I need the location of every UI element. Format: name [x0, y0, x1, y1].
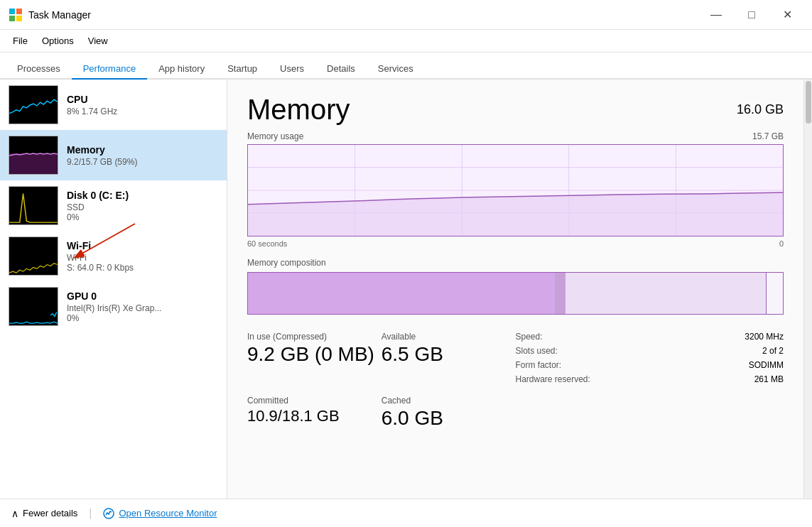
stat-committed: Committed 10.9/18.1 GB	[247, 393, 381, 438]
sidebar-item-gpu[interactable]: GPU 0 Intel(R) Iris(R) Xe Grap... 0%	[0, 281, 227, 332]
disk-thumbnail	[9, 186, 58, 225]
svg-rect-0	[9, 9, 15, 14]
wifi-title: Wi-Fi	[67, 240, 218, 251]
tab-processes[interactable]: Processes	[6, 59, 72, 80]
disk-info: Disk 0 (C: E:) SSD 0%	[67, 190, 218, 222]
stat-in-use: In use (Compressed) 9.2 GB (0 MB)	[247, 329, 381, 393]
wifi-thumbnail	[9, 237, 58, 276]
speed-value: 3200 MHz	[745, 332, 784, 342]
sidebar: CPU 8% 1.74 GHz Memory 9.2/15.7 GB (59%)	[0, 80, 227, 499]
sidebar-item-cpu[interactable]: CPU 8% 1.74 GHz	[0, 80, 227, 130]
available-label: Available	[381, 332, 516, 342]
wifi-subtitle: Wi-Fi	[67, 253, 218, 263]
wifi-value: S: 64.0 R: 0 Kbps	[67, 263, 218, 273]
svg-rect-4	[9, 153, 57, 174]
available-value: 6.5 GB	[381, 343, 516, 366]
usage-max: 15.7 GB	[752, 131, 784, 141]
comp-free	[766, 273, 784, 314]
gpu-thumbnail	[9, 287, 58, 326]
form-value: SODIMM	[749, 360, 784, 370]
open-resource-monitor-button[interactable]: Open Resource Monitor	[103, 508, 217, 519]
speed-label: Speed:	[516, 332, 543, 342]
disk-subtitle: SSD	[67, 202, 218, 212]
tab-details[interactable]: Details	[315, 59, 367, 80]
gpu-info: GPU 0 Intel(R) Iris(R) Xe Grap... 0%	[67, 290, 218, 323]
separator: |	[89, 507, 92, 520]
svg-rect-1	[16, 9, 22, 14]
detail-title: Memory	[247, 94, 350, 126]
usage-label: Memory usage	[247, 131, 303, 141]
cached-label: Cached	[381, 396, 516, 406]
menu-options[interactable]: Options	[35, 33, 81, 49]
svg-rect-3	[16, 16, 22, 21]
comp-in-use	[248, 273, 555, 314]
sidebar-item-memory[interactable]: Memory 9.2/15.7 GB (59%)	[0, 130, 227, 180]
cpu-subtitle: 8% 1.74 GHz	[67, 107, 218, 116]
comp-modified	[555, 273, 565, 314]
tab-bar: Processes Performance App history Startu…	[0, 53, 812, 80]
detail-panel: Memory 16.0 GB Memory usage 15.7 GB	[227, 80, 803, 499]
committed-label: Committed	[247, 396, 381, 406]
scrollbar-thumb[interactable]	[806, 81, 811, 124]
wifi-info: Wi-Fi Wi-Fi S: 64.0 R: 0 Kbps	[67, 240, 218, 273]
memory-info: Memory 9.2/15.7 GB (59%)	[67, 144, 218, 167]
hw-reserved-label: Hardware reserved:	[516, 374, 590, 384]
cpu-thumbnail	[9, 85, 58, 124]
slots-value: 2 of 2	[762, 346, 784, 356]
stat-available: Available 6.5 GB	[381, 329, 516, 393]
memory-thumbnail	[9, 136, 58, 175]
stat-kv-block: Speed: 3200 MHz Slots used: 2 of 2 Form …	[516, 329, 784, 393]
disk-title: Disk 0 (C: E:)	[67, 190, 218, 201]
tab-users[interactable]: Users	[269, 59, 315, 80]
speed-row: Speed: 3200 MHz	[516, 332, 784, 342]
tab-startup[interactable]: Startup	[216, 59, 269, 80]
menu-file[interactable]: File	[6, 33, 35, 49]
committed-value: 10.9/18.1 GB	[247, 407, 381, 425]
time-left: 60 seconds	[247, 239, 287, 248]
tab-services[interactable]: Services	[367, 59, 425, 80]
form-label: Form factor:	[516, 360, 562, 370]
stats-grid: In use (Compressed) 9.2 GB (0 MB) Availa…	[247, 329, 784, 438]
gpu-value: 0%	[67, 313, 218, 323]
disk-value: 0%	[67, 212, 218, 222]
scrollbar[interactable]	[803, 80, 812, 499]
usage-chart-svg	[248, 145, 783, 236]
time-label-row: 60 seconds 0	[247, 239, 784, 248]
in-use-value: 9.2 GB (0 MB)	[247, 343, 381, 366]
tab-app-history[interactable]: App history	[147, 59, 216, 80]
main-content: CPU 8% 1.74 GHz Memory 9.2/15.7 GB (59%)	[0, 80, 812, 499]
app-title: Task Manager	[28, 9, 91, 21]
close-button[interactable]: ✕	[771, 4, 803, 26]
app-icon	[9, 8, 23, 22]
cpu-title: CPU	[67, 94, 218, 105]
menu-bar: File Options View	[0, 30, 812, 53]
sidebar-item-disk[interactable]: Disk 0 (C: E:) SSD 0%	[0, 180, 227, 231]
usage-chart	[247, 144, 784, 237]
hw-reserved-row: Hardware reserved: 261 MB	[516, 374, 784, 384]
memory-subtitle: 9.2/15.7 GB (59%)	[67, 157, 218, 167]
resource-monitor-icon	[103, 508, 114, 519]
stat-cached: Cached 6.0 GB	[381, 393, 516, 438]
gpu-title: GPU 0	[67, 290, 218, 302]
slots-label: Slots used:	[516, 346, 558, 356]
slots-row: Slots used: 2 of 2	[516, 346, 784, 356]
composition-label: Memory composition	[247, 258, 784, 268]
menu-view[interactable]: View	[81, 33, 115, 49]
minimize-button[interactable]: —	[700, 4, 732, 26]
maximize-button[interactable]: □	[735, 4, 768, 26]
comp-standby	[565, 273, 766, 314]
chevron-up-icon: ∧	[11, 508, 18, 519]
chart-label-row: Memory usage 15.7 GB	[247, 131, 784, 141]
time-right: 0	[779, 239, 784, 248]
open-resource-label: Open Resource Monitor	[119, 508, 217, 518]
cached-value: 6.0 GB	[381, 407, 516, 430]
fewer-details-label: Fewer details	[23, 508, 77, 518]
detail-header: Memory 16.0 GB	[247, 94, 784, 126]
in-use-label: In use (Compressed)	[247, 332, 381, 342]
tab-performance[interactable]: Performance	[72, 59, 147, 80]
sidebar-item-wifi[interactable]: Wi-Fi Wi-Fi S: 64.0 R: 0 Kbps	[0, 231, 227, 281]
fewer-details-button[interactable]: ∧ Fewer details	[11, 508, 77, 519]
cpu-info: CPU 8% 1.74 GHz	[67, 94, 218, 116]
composition-bar	[247, 272, 784, 315]
hw-reserved-value: 261 MB	[754, 374, 784, 384]
